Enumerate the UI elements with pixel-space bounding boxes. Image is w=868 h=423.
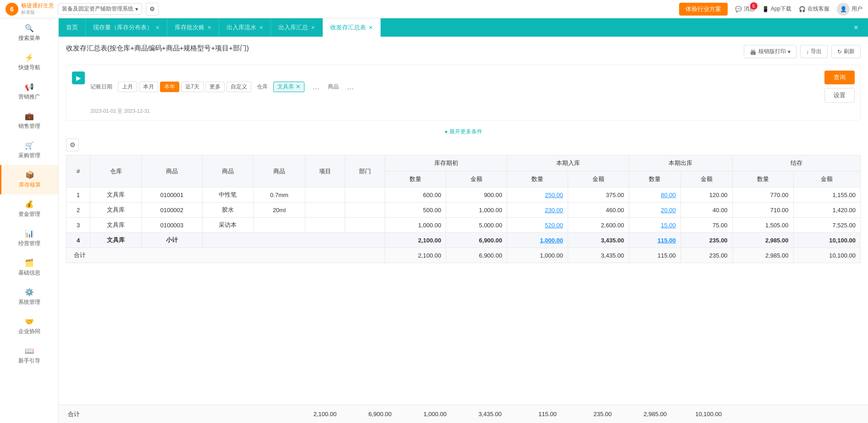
- bottom-bar-data: 2,100.00 6,900.00 1,000.00 3,435.00 115.…: [98, 411, 722, 418]
- tab-bar: 首页 现存量（库存分布表） ✕ 库存批次账 ✕ 出入库流水 ✕ 出入库汇总 ✕: [59, 18, 868, 37]
- tab-stock-dist[interactable]: 现存量（库存分布表） ✕: [86, 18, 167, 37]
- tab-home[interactable]: 首页: [59, 18, 86, 37]
- sidebar-item-basic[interactable]: 🗂️ 基础信息: [0, 253, 58, 282]
- selector-chevron-icon: ▾: [135, 6, 138, 12]
- avatar: 👤: [837, 3, 850, 16]
- cell-out-qty[interactable]: 80.00: [629, 187, 681, 203]
- enterprise-icon: 🤝: [25, 317, 34, 326]
- tab-stock-dist-close-icon[interactable]: ✕: [155, 25, 160, 31]
- sidebar-item-enterprise[interactable]: 🤝 企业协同: [0, 312, 58, 341]
- cell-no: 3: [66, 218, 90, 233]
- cell-department: [345, 187, 385, 203]
- top-bar-right: 体验行业方案 💬 消息 6 📱 App下载 🎧 在线客服 👤: [679, 3, 862, 16]
- expand-icon: ▾: [445, 129, 448, 135]
- tab-inout-summary[interactable]: 出入库汇总 ✕: [271, 18, 323, 37]
- column-settings-icon[interactable]: ⚙: [66, 138, 79, 151]
- sidebar-item-operation[interactable]: 📊 经营管理: [0, 224, 58, 253]
- top-bar: 6 畅捷通好生意 标准版 装备及固定资产辅助管理系统 ▾ ⚙ 体验行业方案 💬 …: [0, 0, 868, 18]
- table-toolbar: ⚙: [66, 138, 861, 151]
- sidebar: 🔍 搜索菜单 ⚡ 快捷导航 📢 营销推广 💼 销售管理 🛒 采购管理 📦: [0, 18, 59, 423]
- date-btn-7days[interactable]: 近7天: [181, 82, 204, 92]
- system-selector[interactable]: 装备及固定资产辅助管理系统 ▾: [58, 3, 142, 15]
- quick-nav-icon: ⚡: [25, 53, 34, 62]
- cell-in-amt: 460.00: [568, 203, 629, 218]
- content-area: 首页 现存量（库存分布表） ✕ 库存批次账 ✕ 出入库流水 ✕ 出入库汇总 ✕: [59, 18, 868, 423]
- date-btn-last-month[interactable]: 上月: [118, 82, 137, 92]
- tab-inout-summary-close-icon[interactable]: ✕: [311, 25, 315, 31]
- set-button[interactable]: 设置: [824, 88, 855, 103]
- export-button[interactable]: ↓ 导出: [800, 45, 828, 58]
- cell-closing-amt: 7,525.00: [793, 218, 860, 233]
- user-icon: 👤: [840, 6, 847, 12]
- sidebar-item-sales[interactable]: 💼 销售管理: [0, 106, 58, 136]
- subtotal-row: 4 文具库 小计 2,100.00 6,900.00 1,000.00 3,43…: [66, 233, 861, 248]
- sidebar-item-inventory[interactable]: 📦 库存核算: [0, 165, 58, 194]
- app-download-action[interactable]: 📱 App下载: [762, 5, 791, 13]
- cell-out-qty[interactable]: 15.00: [629, 218, 681, 233]
- sidebar-item-finance[interactable]: 💰 资金管理: [0, 194, 58, 224]
- tab-batch-close-icon[interactable]: ✕: [207, 25, 211, 31]
- cell-in-qty[interactable]: 520.00: [507, 218, 568, 233]
- close-window-icon[interactable]: ✕: [848, 24, 864, 31]
- sidebar-item-search[interactable]: 🔍 搜索菜单: [0, 18, 58, 48]
- cell-warehouse: 文具库: [90, 203, 141, 218]
- tab-recv-send-summary-close-icon[interactable]: ✕: [369, 25, 373, 31]
- settings-gear-icon[interactable]: ⚙: [146, 3, 159, 16]
- subtotal-opening-amt: 6,900.00: [446, 233, 507, 248]
- filter-row-date: 记账日期 上月 本月 本年 近7天 更多 自定义 仓库: [90, 71, 855, 103]
- filter-toggle-button[interactable]: ▶: [72, 71, 85, 84]
- purchase-icon: 🛒: [25, 141, 34, 150]
- print-button[interactable]: 🖨️ 核销版打印 ▾: [744, 45, 796, 58]
- cell-opening-amt: 5,000.00: [446, 218, 507, 233]
- th-goods-spec: 商品: [254, 155, 305, 187]
- sidebar-item-quick-nav[interactable]: ⚡ 快捷导航: [0, 48, 58, 77]
- cell-in-qty[interactable]: 250.00: [507, 187, 568, 203]
- message-icon: 💬: [735, 6, 742, 12]
- tab-inout-flow-close-icon[interactable]: ✕: [259, 25, 263, 31]
- cell-in-amt: 2,600.00: [568, 218, 629, 233]
- logo-line2: 标准版: [21, 9, 54, 16]
- message-action[interactable]: 💬 消息 6: [735, 5, 755, 13]
- query-button[interactable]: 查询: [824, 71, 855, 84]
- sidebar-item-purchase[interactable]: 🛒 采购管理: [0, 136, 58, 165]
- cell-opening-qty: 1,000.00: [385, 218, 446, 233]
- goods-filter-dots[interactable]: ...: [344, 82, 357, 92]
- sidebar-label-basic: 基础信息: [18, 269, 40, 277]
- date-filter-label: 记账日期: [90, 83, 112, 91]
- date-btn-this-month[interactable]: 本月: [139, 82, 158, 92]
- total-opening-amt: 6,900.00: [446, 248, 507, 263]
- cell-goods-code: 0100001: [141, 187, 202, 203]
- sidebar-item-guide[interactable]: 📖 新手引导: [0, 341, 58, 370]
- th-out-qty: 数量: [629, 171, 681, 187]
- tab-inout-flow-label: 出入库流水: [227, 23, 256, 32]
- subtotal-out-qty[interactable]: 115.00: [629, 233, 681, 248]
- warehouse-filter-dots[interactable]: ...: [310, 82, 322, 92]
- cell-out-qty[interactable]: 20.00: [629, 203, 681, 218]
- refresh-button[interactable]: ↻ 刷新: [831, 45, 861, 58]
- warehouse-filter-label: 仓库: [257, 83, 268, 91]
- date-btn-custom[interactable]: 自定义: [227, 82, 251, 92]
- sidebar-item-system[interactable]: ⚙️ 系统管理: [0, 282, 58, 312]
- th-group-period-out: 本期出库: [629, 155, 733, 171]
- tab-inout-flow[interactable]: 出入库流水 ✕: [219, 18, 271, 37]
- sidebar-item-marketing[interactable]: 📢 营销推广: [0, 77, 58, 106]
- top-right-actions: 💬 消息 6 📱 App下载 🎧 在线客服 👤 用户: [735, 3, 862, 16]
- expand-conditions-button[interactable]: ▾ 展开更多条件: [445, 128, 482, 136]
- cell-in-qty[interactable]: 230.00: [507, 203, 568, 218]
- user-action[interactable]: 👤 用户: [837, 3, 862, 16]
- tab-recv-send-summary[interactable]: 收发存汇总表 ✕: [323, 18, 381, 37]
- filter-section: 记账日期 上月 本月 本年 近7天 更多 自定义 仓库: [90, 71, 855, 115]
- expand-label: 展开更多条件: [449, 128, 482, 136]
- cell-goods-spec: 20ml: [254, 203, 305, 218]
- bottom-in-qty: 1,000.00: [410, 411, 447, 418]
- trial-button[interactable]: 体验行业方案: [679, 3, 728, 16]
- tab-batch[interactable]: 库存批次账 ✕: [167, 18, 219, 37]
- th-goods-name: 商品: [202, 155, 253, 187]
- date-btn-more[interactable]: 更多: [205, 82, 225, 92]
- cell-goods-spec: 0.7mm: [254, 187, 305, 203]
- warehouse-tag-close-icon[interactable]: ✕: [296, 83, 300, 90]
- date-btn-this-year[interactable]: 本年: [160, 82, 179, 92]
- online-service-action[interactable]: 🎧 在线客服: [799, 5, 829, 13]
- subtotal-in-qty[interactable]: 1,000.00: [507, 233, 568, 248]
- cell-warehouse: 文具库: [90, 218, 141, 233]
